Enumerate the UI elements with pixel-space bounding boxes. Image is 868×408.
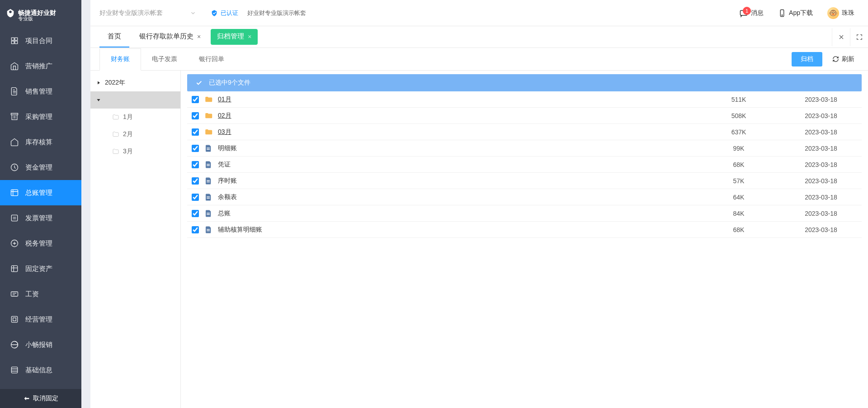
sidebar-item-1[interactable]: 营销推广 [0, 53, 81, 79]
file-size: 57K [698, 177, 779, 185]
account-placeholder: 好业财专业版演示帐套 [99, 9, 163, 17]
account-selector[interactable]: 好业财专业版演示帐套 [99, 9, 196, 17]
content: 2022年 2023年 1月 2月 3月 [90, 71, 868, 408]
tree-year-label: 2022年 [105, 79, 125, 87]
svg-rect-6 [11, 316, 17, 322]
folder-icon [204, 128, 212, 136]
tab-bank-history-label: 银行存取款单历史 [139, 32, 193, 41]
tab-home[interactable]: 首页 [99, 26, 129, 47]
sidebar-item-5[interactable]: 资金管理 [0, 155, 81, 180]
fullscreen-button[interactable] [850, 28, 868, 46]
selection-bar: 已选中9个文件 [187, 74, 862, 91]
tree-month-3[interactable]: 3月 [90, 143, 180, 160]
sub-tabs: 财务账 电子发票 银行回单 归档 刷新 [90, 48, 868, 71]
unpin-button[interactable]: 取消固定 [0, 389, 81, 408]
page-tabs: 首页 银行存取款单历史 × 归档管理 × [90, 26, 868, 48]
file-checkbox[interactable] [192, 145, 199, 152]
refresh-label: 刷新 [842, 55, 854, 63]
file-checkbox[interactable] [192, 96, 199, 103]
sidebar-item-12[interactable]: 小畅报销 [0, 332, 81, 357]
subtab-bankreceipt[interactable]: 银行回单 [188, 48, 235, 70]
file-name: 辅助核算明细账 [218, 226, 693, 234]
file-row[interactable]: 辅助核算明细账68K2023-03-18 [187, 222, 862, 238]
tab-archive-mgmt[interactable]: 归档管理 × [211, 29, 258, 45]
close-icon[interactable]: × [197, 33, 201, 40]
sidebar-item-3[interactable]: 采购管理 [0, 104, 81, 129]
brand-edition: 专业版 [18, 15, 33, 22]
file-icon [204, 193, 212, 201]
file-row[interactable]: 余额表64K2023-03-18 [187, 189, 862, 205]
file-checkbox[interactable] [192, 128, 199, 136]
svg-rect-20 [207, 198, 210, 199]
user-menu[interactable]: 🐵 珠珠 [823, 7, 859, 19]
sidebar-item-7[interactable]: 发票管理 [0, 205, 81, 231]
sidebar-item-0[interactable]: 项目合同 [0, 28, 81, 53]
file-size: 84K [698, 210, 779, 217]
menu-icon [10, 138, 19, 147]
tree-year-2023[interactable]: 2023年 [90, 91, 180, 109]
year-tree: 2022年 2023年 1月 2月 3月 [90, 71, 181, 408]
tab-home-label: 首页 [108, 32, 121, 41]
archive-button[interactable]: 归档 [792, 52, 822, 66]
tree-month-label: 2月 [123, 130, 133, 138]
file-row[interactable]: 凭证68K2023-03-18 [187, 157, 862, 173]
sidebar-item-14[interactable]: 系统管理 [0, 383, 81, 389]
logo-icon [5, 8, 15, 18]
file-row[interactable]: 明细账99K2023-03-18 [187, 140, 862, 157]
messages-label: 消息 [751, 9, 764, 17]
file-row[interactable]: 序时账57K2023-03-18 [187, 173, 862, 189]
menu-label: 总账管理 [25, 189, 52, 197]
file-date: 2023-03-18 [785, 226, 857, 233]
sidebar-item-6[interactable]: 总账管理 [0, 180, 81, 205]
menu-icon [10, 36, 19, 45]
file-date: 2023-03-18 [785, 112, 857, 119]
close-icon[interactable]: × [248, 33, 251, 40]
sidebar-scrollbar[interactable] [81, 0, 90, 408]
sidebar-item-4[interactable]: 库存核算 [0, 129, 81, 155]
menu-icon [10, 188, 19, 197]
selection-text: 已选中9个文件 [209, 79, 250, 87]
subtab-einvoice[interactable]: 电子发票 [141, 48, 188, 70]
file-checkbox[interactable] [192, 226, 199, 233]
file-name[interactable]: 01月 [218, 95, 693, 104]
app-download-button[interactable]: App下载 [774, 9, 817, 17]
sidebar-item-11[interactable]: 经营管理 [0, 307, 81, 332]
file-checkbox[interactable] [192, 210, 199, 217]
file-row[interactable]: 03月637K2023-03-18 [187, 124, 862, 140]
verified-badge: 已认证 [211, 9, 238, 17]
verified-text: 已认证 [221, 9, 238, 17]
file-row[interactable]: 02月508K2023-03-18 [187, 108, 862, 124]
tree-month-1[interactable]: 1月 [90, 109, 180, 126]
caret-right-icon [96, 80, 101, 85]
menu-label: 税务管理 [25, 239, 52, 248]
menu-label: 销售管理 [25, 87, 52, 96]
sidebar-item-9[interactable]: 固定资产 [0, 256, 81, 281]
subtab-finance[interactable]: 财务账 [99, 48, 141, 71]
tree-year-2022[interactable]: 2022年 [90, 74, 180, 91]
sidebar-item-10[interactable]: 工资 [0, 281, 81, 307]
unpin-icon [23, 395, 30, 402]
file-row[interactable]: 01月511K2023-03-18 [187, 91, 862, 108]
file-checkbox[interactable] [192, 112, 199, 119]
svg-rect-19 [207, 196, 210, 197]
file-name[interactable]: 02月 [218, 112, 693, 120]
tree-month-2[interactable]: 2月 [90, 126, 180, 143]
tab-bank-history[interactable]: 银行存取款单历史 × [131, 26, 209, 47]
svg-rect-22 [207, 214, 210, 215]
refresh-button[interactable]: 刷新 [828, 52, 859, 66]
messages-button[interactable]: 1 消息 [735, 9, 768, 18]
folder-icon [204, 95, 212, 104]
file-name: 序时账 [218, 177, 693, 185]
sidebar-item-8[interactable]: 税务管理 [0, 231, 81, 256]
file-checkbox[interactable] [192, 194, 199, 201]
file-row[interactable]: 总账84K2023-03-18 [187, 205, 862, 222]
sidebar-item-2[interactable]: 销售管理 [0, 79, 81, 104]
sidebar-item-13[interactable]: 基础信息 [0, 357, 81, 383]
file-checkbox[interactable] [192, 161, 199, 168]
tree-month-label: 3月 [123, 147, 133, 156]
file-name: 凭证 [218, 161, 693, 169]
file-name[interactable]: 03月 [218, 128, 693, 136]
mobile-icon [778, 9, 786, 17]
close-all-tabs-button[interactable] [832, 28, 850, 46]
file-checkbox[interactable] [192, 177, 199, 185]
